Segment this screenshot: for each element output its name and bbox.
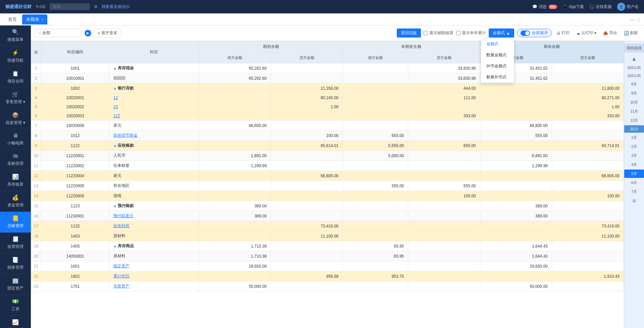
- app-download-btn[interactable]: 📱 App下载: [562, 4, 584, 10]
- table-row[interactable]: 15 1123 ▲ 预付账款 389.00 389.00: [31, 201, 624, 211]
- row-subject[interactable]: 固定资产: [109, 261, 199, 271]
- row-subject[interactable]: 回回回: [109, 73, 199, 83]
- table-row[interactable]: 8 1012 其他货币资金 100.00 655.00 555.00: [31, 131, 624, 141]
- sidebar-item-purchase[interactable]: 🛍 采购管理: [0, 150, 31, 170]
- expand-more-btn[interactable]: ≡ 展开更多: [94, 28, 121, 38]
- row-subject[interactable]: 23: [109, 103, 199, 112]
- online-service-btn[interactable]: 🎧 在线客服: [589, 4, 612, 10]
- table-row[interactable]: 5 10020002 23 1.00 1.00: [31, 103, 624, 112]
- sidebar-item-finance[interactable]: 💰 资金管理: [0, 191, 31, 212]
- demo-link[interactable]: 我要看实例演示: [102, 4, 130, 10]
- period-12[interactable]: 12月: [624, 116, 644, 125]
- sidebar-item-invoice[interactable]: 🧾 发票管理: [0, 233, 31, 253]
- expand-all-toggle[interactable]: 全部展开: [517, 29, 552, 37]
- table-row[interactable]: 21 1601 固定资产 29,650.00 29,650.00: [31, 261, 624, 271]
- row-subject[interactable]: 原材料: [109, 251, 199, 261]
- period-11[interactable]: 11月: [624, 107, 644, 116]
- yearly-check[interactable]: [456, 31, 461, 35]
- th-settings[interactable]: ⚙: [31, 41, 41, 63]
- table-row[interactable]: 1 1001 ▲ 库存现金 65,282.60 33,830.98 31,451…: [31, 63, 624, 73]
- row-subject[interactable]: 累计折旧: [109, 271, 199, 281]
- sidebar-item-wholesale[interactable]: 📦 批发管理 ▾: [0, 109, 31, 129]
- table-row[interactable]: 11 11220002 往来标签 1,299.99 1,299.99: [31, 161, 624, 171]
- sidebar-item-inventory[interactable]: 📊 库存核算: [0, 170, 31, 191]
- table-row[interactable]: 18 1403 原材料 11,100.00 11,100.00: [31, 231, 624, 241]
- sidebar-item-retail[interactable]: 🛒 零售管理 ▾: [0, 88, 31, 109]
- period-2[interactable]: 2月: [624, 142, 644, 151]
- cloud-print-btn[interactable]: ☁ 云打印 ▾: [574, 29, 598, 37]
- maximize-icon[interactable]: □: [637, 17, 640, 22]
- sidebar-item-operations[interactable]: 📈 经营管理: [0, 316, 31, 328]
- sidebar-item-payroll[interactable]: 💵 工资: [0, 295, 31, 316]
- period-collapse-btn[interactable]: ⊘: [624, 197, 644, 205]
- search-box[interactable]: ◁ 全部: [35, 29, 82, 37]
- show-yearly-checkbox[interactable]: 显示本年累计: [456, 30, 486, 36]
- row-subject[interactable]: 往来标签: [109, 161, 199, 171]
- period-4[interactable]: 4月: [624, 160, 644, 169]
- table-row[interactable]: 7 10020006 差元 68,805.00 68,805.00: [31, 121, 624, 131]
- table-row[interactable]: 9 1122 ▲ 应收账款 65,614.01 5,555.00 655.00 …: [31, 141, 624, 151]
- period-8[interactable]: 8月: [624, 80, 644, 88]
- mode-option-foreign-amount[interactable]: 外币金额式: [481, 61, 514, 72]
- nav-arrow-btn[interactable]: ▶: [85, 30, 91, 37]
- mode-option-qty-foreign[interactable]: 数量外币式: [481, 72, 514, 83]
- row-subject[interactable]: 游戏: [109, 191, 199, 201]
- row-subject[interactable]: 无形资产: [109, 281, 199, 291]
- table-config-icon[interactable]: ⚙: [34, 50, 38, 55]
- row-subject[interactable]: 差元: [109, 171, 199, 181]
- table-row[interactable]: 4 10020001 12 80,160.00 111.00 80,271.00: [31, 93, 624, 103]
- back-old-version-btn[interactable]: 退回旧版: [397, 28, 421, 38]
- row-subject[interactable]: 12: [109, 93, 199, 103]
- top-search-input[interactable]: [50, 3, 90, 10]
- row-subject[interactable]: ▲ 银行存款: [109, 83, 199, 93]
- table-row[interactable]: 19 1405 ▲ 库存商品 1,710.38 65.95 1,644.43: [31, 241, 624, 251]
- table-row[interactable]: 6 10020003 122 333.00 333.00: [31, 112, 624, 121]
- sidebar-item-ecommerce[interactable]: 🖥 小畅电商: [0, 129, 31, 150]
- user-profile[interactable]: 👤 用户名: [617, 3, 639, 11]
- row-subject[interactable]: ▲ 库存商品: [109, 241, 199, 251]
- mode-option-amount[interactable]: 金额式: [481, 39, 514, 50]
- row-subject[interactable]: 122: [109, 112, 199, 121]
- row-subject[interactable]: 差元: [109, 121, 199, 131]
- period-1[interactable]: 1月: [624, 133, 644, 142]
- mode-dropdown-btn[interactable]: 金额式 ▲: [489, 28, 514, 38]
- auxiliary-check[interactable]: [424, 31, 428, 35]
- period-5[interactable]: 5月: [624, 170, 644, 178]
- mode-option-qty-amount[interactable]: 数量金额式: [481, 50, 514, 61]
- row-subject[interactable]: 所在地区: [109, 181, 199, 191]
- table-row[interactable]: 13 11220005 所在地区 555.00 555.00: [31, 181, 624, 191]
- row-subject[interactable]: 预付款差元: [109, 211, 199, 221]
- sidebar-item-fixed-assets[interactable]: 🏢 固定资产: [0, 274, 31, 295]
- period-up-arrow[interactable]: ▲: [624, 55, 644, 63]
- table-row[interactable]: 2 10010001 回回回 65,282.60 33,830.98 31,45…: [31, 73, 624, 83]
- table-row[interactable]: 20 14050001 原材料 1,710.38 65.95 1,644.43: [31, 251, 624, 261]
- sidebar-item-project[interactable]: 📋 项目合同: [0, 67, 31, 88]
- period-9[interactable]: 9月: [624, 89, 644, 97]
- period-6[interactable]: 6月: [624, 179, 644, 187]
- table-row[interactable]: 23 1701 无形资产 50,000.00 50,000.00: [31, 281, 624, 291]
- tab-close-btn[interactable]: ×: [41, 17, 43, 21]
- sidebar-item-ledger[interactable]: 📒 总账管理: [0, 212, 31, 233]
- sidebar-item-quick-nav[interactable]: ⚡ 快捷导航: [0, 46, 31, 67]
- table-row[interactable]: 22 1602 累计折旧 956.68 953.75 1,910.43: [31, 271, 624, 281]
- table-row[interactable]: 14 11220006 游戏 100.00 100.00: [31, 191, 624, 201]
- row-subject[interactable]: 人民币: [109, 151, 199, 161]
- row-subject[interactable]: ▲ 库存现金: [109, 63, 199, 73]
- search-field[interactable]: [52, 31, 72, 36]
- table-row[interactable]: 10 11220001 人民币 1,891.00 5,000.00 6,891.…: [31, 151, 624, 161]
- minimize-icon[interactable]: —: [630, 17, 635, 22]
- print-btn[interactable]: 🖨 打印: [554, 29, 572, 37]
- row-subject[interactable]: 应收利息: [109, 221, 199, 231]
- export-btn[interactable]: 📤 导出: [601, 29, 619, 37]
- table-row[interactable]: 3 1002 ▲ 银行存款 11,356.00 444.00 11,800.00: [31, 83, 624, 93]
- refresh-btn[interactable]: 🔄 刷新: [622, 29, 640, 37]
- message-btn[interactable]: 💬 消息 99+: [532, 4, 557, 10]
- table-row[interactable]: 12 11220004 差元 68,805.00 68,805.00: [31, 171, 624, 181]
- period-10[interactable]: 10月: [624, 98, 644, 107]
- period-2023-05-2[interactable]: 2023.05: [624, 72, 644, 79]
- period-year-2023[interactable]: 2023: [624, 125, 644, 133]
- settings-icon[interactable]: ⚙: [94, 4, 98, 9]
- tab-home[interactable]: 首页: [4, 14, 21, 24]
- table-row[interactable]: 16 11230001 预付款差元 389.00 389.00: [31, 211, 624, 221]
- sidebar-item-search[interactable]: 🔍 搜索菜单: [0, 25, 31, 46]
